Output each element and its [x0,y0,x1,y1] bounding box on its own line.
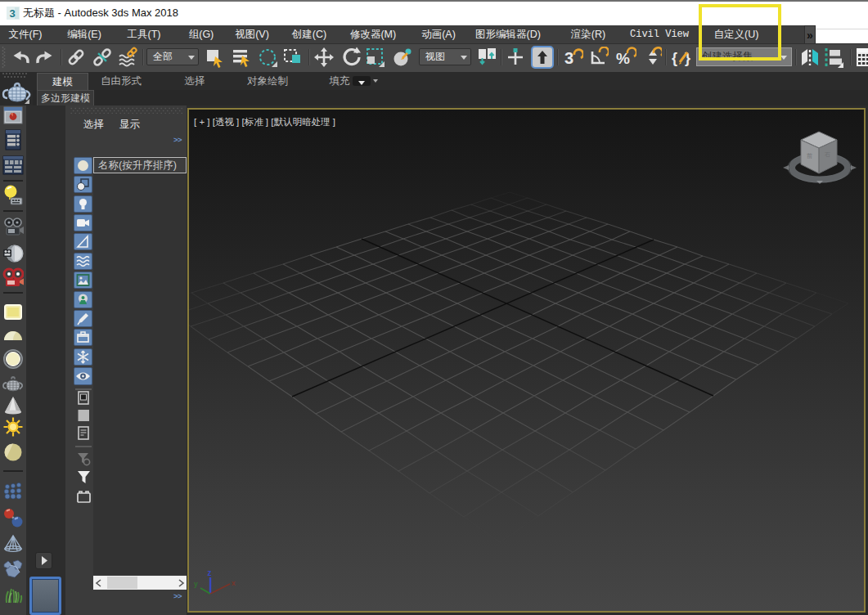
svg-text:3: 3 [564,49,573,67]
svg-text:前: 前 [807,153,812,159]
svg-text:右: 右 [825,151,830,158]
svg-text:x: x [232,579,236,587]
svg-text:y: y [194,580,198,588]
svg-text:}: } [685,50,690,66]
svg-text:z: z [208,568,212,577]
svg-text:{: { [672,50,677,66]
svg-text:3: 3 [9,7,15,20]
